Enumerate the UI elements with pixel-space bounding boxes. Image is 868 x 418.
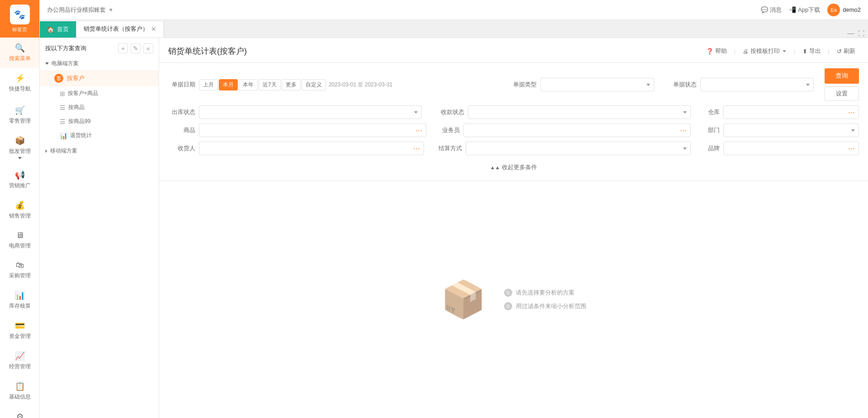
app-download-button[interactable]: 📲 App下载 xyxy=(789,6,820,14)
tab-close-icon[interactable]: ✕ xyxy=(151,25,156,33)
system-icon: ⚙ xyxy=(16,412,24,418)
home-icon: 🏠 xyxy=(47,26,54,33)
out-status-select[interactable] xyxy=(199,105,422,119)
scheme-item-by-goods[interactable]: ☰ 按商品 xyxy=(40,100,159,114)
scheme-item-by-goods99[interactable]: ☰ 按商品99 xyxy=(40,114,159,128)
export-button[interactable]: ⬆ 导出 xyxy=(799,45,825,57)
doc-type-label: 单据类型 xyxy=(505,81,537,89)
inventory-icon: 📊 xyxy=(15,290,25,300)
logo-text: 标签页 xyxy=(12,26,27,33)
date-this-year[interactable]: 本年 xyxy=(239,79,258,90)
scheme-collapse-button[interactable]: « xyxy=(143,43,153,53)
empty-hint-1: ① 请先选择要分析的方案 xyxy=(504,289,586,297)
table-icon: ☰ xyxy=(60,104,66,111)
template-print-button[interactable]: 🖨 按模板打印 xyxy=(739,45,790,57)
salesperson-dots[interactable]: ··· xyxy=(680,126,687,135)
wholesale-icon: 📦 xyxy=(15,136,25,146)
scheme-group-header-mobile[interactable]: 移动端方案 xyxy=(40,144,159,157)
scheme-add-button[interactable]: + xyxy=(118,43,128,53)
sidebar-item-operation[interactable]: 📈 经营管理 xyxy=(0,346,39,376)
logo-area[interactable]: 🐾 标签页 xyxy=(0,0,39,38)
sidebar-item-marketing[interactable]: 📢 营销推广 xyxy=(0,165,39,195)
empty-hint-2: ② 用过滤条件来缩小分析范围 xyxy=(504,302,586,310)
hint-num-2: ② xyxy=(504,302,512,310)
query-button[interactable]: 查询 xyxy=(825,68,859,84)
sidebar-item-purchase[interactable]: 🛍 采购管理 xyxy=(0,255,39,285)
sidebar-item-inventory[interactable]: 📊 库存核算 xyxy=(0,285,39,315)
settlement-select[interactable] xyxy=(466,142,691,155)
brand-select[interactable]: ··· xyxy=(723,142,859,155)
pay-status-select[interactable] xyxy=(468,105,691,119)
doc-status-select[interactable] xyxy=(700,78,814,91)
receiver-label: 收货人 xyxy=(168,144,195,152)
search-icon: 🔍 xyxy=(15,43,25,53)
page-actions: ❓ 帮助 | 🖨 按模板打印 | ⬆ 导出 xyxy=(703,45,859,57)
minimize-icon[interactable]: — xyxy=(847,29,854,38)
tab-sales-stat[interactable]: 销货单统计表（按客户） ✕ xyxy=(76,21,164,38)
tab-label: 销货单统计表（按客户） xyxy=(84,25,148,33)
message-button[interactable]: 💬 消息 xyxy=(761,6,782,14)
receiver-select[interactable]: ··· xyxy=(199,142,424,155)
download-icon: 📲 xyxy=(789,6,796,13)
settlement-dropdown-icon xyxy=(683,147,687,150)
sidebar-item-basic[interactable]: 📋 基础信息 xyxy=(0,376,39,406)
date-last-month[interactable]: 上月 xyxy=(199,79,218,90)
date-last-7days[interactable]: 近7天 xyxy=(259,79,281,90)
collapse-up-icon: ▲▲ xyxy=(490,165,500,170)
date-this-month[interactable]: 本月 xyxy=(219,79,238,90)
hint-num-1: ① xyxy=(504,289,512,297)
out-status-label: 出库状态 xyxy=(168,108,195,116)
salesperson-select[interactable]: ··· xyxy=(463,124,691,137)
date-more[interactable]: 更多 xyxy=(282,79,301,90)
sidebar-item-finance[interactable]: 💳 资金管理 xyxy=(0,315,39,346)
topbar: 办公用品行业模拟账套 ▾ 💬 消息 📲 App下载 Ea demo2 xyxy=(40,0,868,20)
doc-type-select[interactable] xyxy=(540,78,654,91)
scheme-item-by-customer[interactable]: 客 按客户 xyxy=(40,70,159,86)
scheme-group-header-desktop[interactable]: 电脑端方案 xyxy=(40,57,159,70)
sidebar-item-wholesale[interactable]: 📦 批发管理 xyxy=(0,130,39,165)
date-custom[interactable]: 自定义 xyxy=(302,79,326,90)
sidebar-item-label: 基础信息 xyxy=(9,393,31,401)
collapse-button[interactable]: ▲▲ 收起更多条件 xyxy=(168,160,859,175)
sidebar-item-search[interactable]: 🔍 搜索菜单 xyxy=(0,38,39,68)
refresh-button[interactable]: ↺ 刷新 xyxy=(833,45,859,57)
department-select[interactable] xyxy=(723,124,859,137)
help-button[interactable]: ❓ 帮助 xyxy=(703,45,731,57)
scheme-item-by-customer-goods[interactable]: ⊞ 按客户+商品 xyxy=(40,86,159,100)
warehouse-dots[interactable]: ··· xyxy=(848,108,855,117)
out-status-dropdown-icon xyxy=(414,111,418,114)
warehouse-select[interactable]: ··· xyxy=(723,105,859,119)
scheme-edit-button[interactable]: ✎ xyxy=(131,43,141,53)
sales-icon: 💰 xyxy=(15,200,25,210)
scheme-actions: + ✎ « xyxy=(118,43,153,53)
filter-area: 单据日期 上月 本月 本年 近7天 更多 自定义 2023-03-01 至 20… xyxy=(159,63,868,181)
department-dropdown-icon xyxy=(851,129,855,132)
basic-icon: 📋 xyxy=(15,381,25,391)
brand-dots[interactable]: ··· xyxy=(848,144,855,153)
goods-select[interactable]: ··· xyxy=(199,124,426,137)
sidebar-item-ecommerce[interactable]: 🖥 电商管理 xyxy=(0,225,39,255)
sidebar-item-retail[interactable]: 🛒 零售管理 xyxy=(0,100,39,130)
topbar-dropdown-icon[interactable]: ▾ xyxy=(109,6,113,13)
sidebar-item-quick-nav[interactable]: ⚡ 快捷导航 xyxy=(0,68,39,98)
grid-icon: ⊞ xyxy=(60,90,65,97)
maximize-icon[interactable]: ⛶ xyxy=(858,30,864,37)
doc-type-dropdown-icon xyxy=(646,84,650,86)
sidebar-item-system[interactable]: ⚙ 系统管理 xyxy=(0,406,39,418)
user-area[interactable]: Ea demo2 xyxy=(827,4,861,16)
goods-dots[interactable]: ··· xyxy=(415,126,422,135)
tab-home[interactable]: 🏠 首页 xyxy=(40,21,76,38)
table2-icon: ☰ xyxy=(60,118,66,125)
receiver-dots[interactable]: ··· xyxy=(413,144,420,153)
page-header: 销货单统计表(按客户) ❓ 帮助 | 🖨 按模板打印 | xyxy=(159,38,868,63)
settings-button[interactable]: 设置 xyxy=(825,86,859,101)
filter-row-status: 出库状态 收款状态 仓库 ··· xyxy=(168,105,859,119)
sidebar-item-label: 批发管理 xyxy=(9,147,31,155)
sidebar-item-sales[interactable]: 💰 销售管理 xyxy=(0,195,39,225)
scheme-item-return-stat[interactable]: 📊 退货统计 xyxy=(40,128,159,142)
pay-status-dropdown-icon xyxy=(683,111,687,114)
settlement-label: 结算方式 xyxy=(435,144,462,152)
sidebar-item-label: 营销推广 xyxy=(9,182,31,190)
bar-icon: 📊 xyxy=(60,132,67,139)
filter-main: 销货单统计表(按客户) ❓ 帮助 | 🖨 按模板打印 | xyxy=(159,38,868,418)
